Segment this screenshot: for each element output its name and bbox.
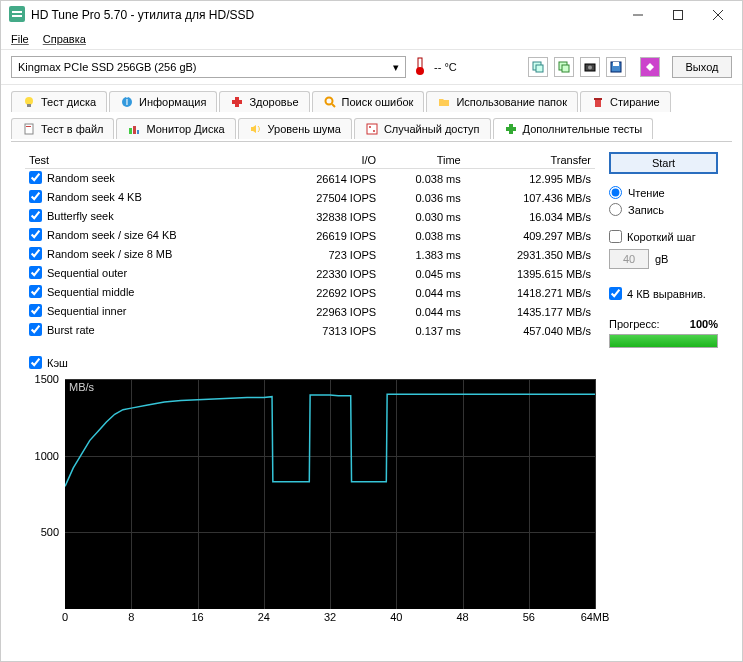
svg-rect-2 [12,15,22,17]
align-4k-checkbox[interactable]: 4 КВ выравнив. [609,287,718,300]
svg-rect-31 [137,130,139,134]
copy-button[interactable] [528,57,548,77]
maximize-button[interactable] [658,1,698,29]
screenshot-button[interactable] [580,57,600,77]
table-row: Sequential inner22963 IOPS0.044 ms1435.1… [25,302,595,321]
monitor-icon [127,122,141,136]
test-checkbox[interactable]: Random seek / size 64 KB [29,228,177,241]
app-icon [9,6,25,24]
table-row: Random seek 4 KB27504 IOPS0.036 ms107.43… [25,188,595,207]
svg-point-23 [325,98,332,105]
svg-rect-18 [27,104,31,107]
cache-input[interactable] [29,356,42,369]
tab-информация[interactable]: iИнформация [109,91,217,112]
svg-line-24 [332,104,335,107]
svg-rect-36 [506,127,516,131]
plus2-icon [504,122,518,136]
table-row: Sequential outer22330 IOPS0.045 ms1395.6… [25,264,595,283]
drive-select[interactable]: Kingmax PCIe SSD 256GB (256 gB) ▾ [11,56,406,78]
step-size-spinner[interactable] [609,249,649,269]
test-checkbox[interactable]: Butterfly seek [29,209,114,222]
chart-area: MB/s 500100015000816243240485664MB [25,379,595,609]
svg-rect-32 [367,124,377,134]
test-checkbox[interactable]: Sequential outer [29,266,127,279]
save-button[interactable] [606,57,626,77]
svg-rect-27 [25,124,33,134]
trash-icon [591,95,605,109]
test-checkbox[interactable]: Random seek 4 KB [29,190,142,203]
chevron-down-icon: ▾ [393,61,399,74]
x-tick: 16 [191,611,203,623]
bulb-icon [22,95,36,109]
radio-read[interactable]: Чтение [609,186,718,199]
tab-монитор-диска[interactable]: Монитор Диска [116,118,235,139]
svg-point-8 [416,67,424,75]
close-button[interactable] [698,1,738,29]
menu-file[interactable]: File [11,33,29,45]
info-icon: i [120,95,134,109]
x-tick: 8 [128,611,134,623]
svg-point-17 [25,97,33,105]
tab-дополнительные-тесты[interactable]: Дополнительные тесты [493,118,654,139]
toolbar: Kingmax PCIe SSD 256GB (256 gB) ▾ -- °C … [1,49,742,85]
y-tick: 1500 [35,373,59,385]
tab-случайный-доступ[interactable]: Случайный доступ [354,118,491,139]
progress-bar [609,334,718,348]
test-checkbox[interactable]: Random seek / size 8 MB [29,247,172,260]
tab-тест-в-файл[interactable]: Тест в файл [11,118,114,139]
exit-button[interactable]: Выход [672,56,732,78]
svg-rect-1 [12,11,22,13]
plus-icon [230,95,244,109]
titlebar: HD Tune Pro 5.70 - утилита для HD/SSD [1,1,742,29]
tab-уровень-шума[interactable]: Уровень шума [238,118,352,139]
table-row: Random seek / size 64 KB26619 IOPS0.038 … [25,226,595,245]
drive-name: Kingmax PCIe SSD 256GB (256 gB) [18,61,197,73]
test-checkbox[interactable]: Random seek [29,171,115,184]
cache-checkbox[interactable]: Кэш [29,356,68,369]
x-tick: 48 [456,611,468,623]
x-tick: 32 [324,611,336,623]
svg-rect-26 [594,98,602,100]
col-transfer: Transfer [465,152,595,169]
table-row: Burst rate7313 IOPS0.137 ms457.040 MB/s [25,321,595,340]
x-tick: 64MB [581,611,610,623]
start-button[interactable]: Start [609,152,718,174]
svg-rect-0 [9,6,25,22]
svg-rect-29 [129,128,132,134]
tab-использование-папок[interactable]: Использование папок [426,91,578,112]
test-checkbox[interactable]: Sequential middle [29,285,134,298]
results-table: Test I/O Time Transfer Random seek26614 … [25,152,595,340]
tab-здоровье[interactable]: Здоровье [219,91,309,112]
svg-rect-25 [595,99,601,107]
tab-поиск-ошибок[interactable]: Поиск ошибок [312,91,425,112]
radio-write[interactable]: Запись [609,203,718,216]
table-row: Sequential middle22692 IOPS0.044 ms1418.… [25,283,595,302]
svg-rect-4 [674,11,683,20]
progress-label: Прогресс: [609,318,659,330]
svg-rect-16 [613,62,619,66]
svg-rect-22 [232,100,242,104]
test-checkbox[interactable]: Burst rate [29,323,95,336]
tab-стирание[interactable]: Стирание [580,91,671,112]
y-tick: 500 [41,526,59,538]
progress-value: 100% [690,318,718,330]
test-checkbox[interactable]: Sequential inner [29,304,127,317]
col-test: Test [25,152,272,169]
dice-icon [365,122,379,136]
tab-bar: Тест дискаiИнформацияЗдоровьеПоиск ошибо… [1,85,742,141]
minimize-button[interactable] [618,1,658,29]
window-title: HD Tune Pro 5.70 - утилита для HD/SSD [31,8,618,22]
copy-all-button[interactable] [554,57,574,77]
options-button[interactable] [640,57,660,77]
svg-point-14 [588,66,592,70]
tab-тест-диска[interactable]: Тест диска [11,91,107,112]
svg-rect-28 [26,126,31,127]
svg-rect-10 [536,65,543,72]
svg-rect-30 [133,126,136,134]
short-step-checkbox[interactable]: Короткий шаг [609,230,718,243]
col-time: Time [380,152,465,169]
thermometer-icon [414,56,426,78]
folder-icon [437,95,451,109]
menu-help[interactable]: Справка [43,33,86,45]
svg-text:i: i [126,96,128,107]
